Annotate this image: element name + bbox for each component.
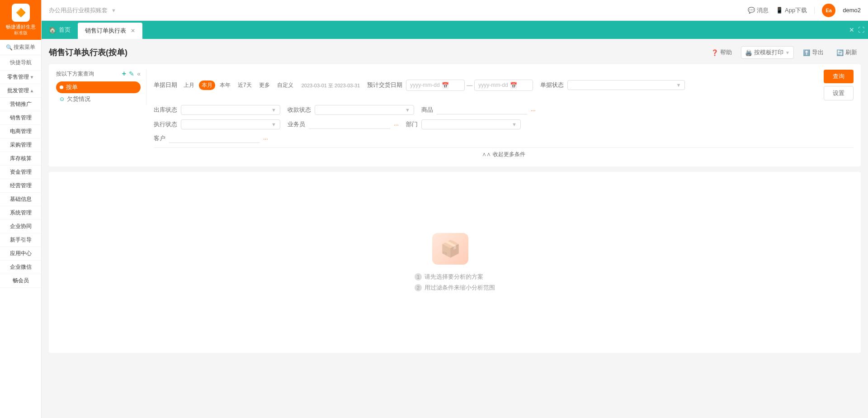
tabbar: 🏠 首页 销售订单执行表 ✕ ✕ ⛶ <box>42 21 868 39</box>
scheme-item-shortage[interactable]: ⊙ 欠货情况 <box>56 93 141 105</box>
empty-icon-box <box>432 233 468 265</box>
retail-arrow: ▼ <box>30 75 34 80</box>
scheme-title: 按以下方案查询 <box>56 70 94 78</box>
add-scheme-btn[interactable]: + <box>122 70 126 78</box>
print-icon: 🖨️ <box>745 49 752 56</box>
scheme-item-by-order[interactable]: 按单 <box>56 81 141 93</box>
calendar-start-icon: 📅 <box>442 82 449 89</box>
date-range-text: 2023-03-01 至 2023-03-31 <box>302 82 360 89</box>
calendar-end-icon: 📅 <box>510 82 517 89</box>
date-tab-more[interactable]: 更多 <box>256 81 273 90</box>
date-tab-custom[interactable]: 自定义 <box>274 81 296 90</box>
marketing-label: 营销推广 <box>10 100 32 108</box>
appcenter-label: 应用中心 <box>10 250 32 257</box>
search-menu[interactable]: 🔍 搜索菜单 <box>0 40 41 55</box>
sidebar-item-sales[interactable]: 销售管理 <box>0 111 41 125</box>
user-avatar[interactable]: Ea <box>822 4 835 17</box>
help-label: 帮助 <box>720 48 732 57</box>
filter-section: 按以下方案查询 + ✎ « 按单 ⊙ 欠货情况 <box>56 70 854 161</box>
exec-status-label: 执行状态 <box>154 120 177 128</box>
print-btn[interactable]: 🖨️ 按模板打印 ▼ <box>741 46 794 59</box>
page-header: 销售订单执行表(按单) ❓ 帮助 🖨️ 按模板打印 ▼ ⬆️ 导出 🔄 刷新 <box>49 46 861 59</box>
payment-status-label: 收款状态 <box>288 106 311 114</box>
refresh-btn[interactable]: 🔄 刷新 <box>833 47 861 58</box>
refresh-label: 刷新 <box>845 48 857 57</box>
edit-scheme-btn[interactable]: ✎ <box>129 70 134 77</box>
salesperson-input[interactable] <box>309 120 390 129</box>
customer-more-icon[interactable]: ··· <box>263 135 268 142</box>
sidebar-item-system[interactable]: 系统管理 <box>0 206 41 220</box>
sales-label: 销售管理 <box>10 114 32 122</box>
app-download-btn[interactable]: 📱 App下载 <box>776 6 807 14</box>
goods-input[interactable] <box>437 105 527 114</box>
date-start-input[interactable]: yyyy-mm-dd 📅 <box>406 80 465 91</box>
sidebar-item-purchase[interactable]: 采购管理 <box>0 138 41 152</box>
sidebar-item-wechat[interactable]: 企业微信 <box>0 261 41 274</box>
tab-close-icon[interactable]: ✕ <box>131 28 135 34</box>
sidebar-item-retail[interactable]: 零售管理 ▼ <box>0 71 41 84</box>
collapse-scheme-btn[interactable]: « <box>137 70 141 77</box>
scheme-dot-icon <box>60 86 63 89</box>
sidebar-item-operation[interactable]: 经营管理 <box>0 179 41 193</box>
sidebar-item-marketing[interactable]: 营销推广 <box>0 98 41 111</box>
sidebar-item-appcenter[interactable]: 应用中心 <box>0 247 41 261</box>
export-btn[interactable]: ⬆️ 导出 <box>799 47 827 58</box>
help-btn[interactable]: ❓ 帮助 <box>708 47 736 58</box>
delivery-status-dropdown-icon: ▼ <box>271 107 276 113</box>
date-end-text: yyyy-mm-dd <box>478 82 508 88</box>
collapse-bar[interactable]: ∧∧ 收起更多条件 <box>154 147 854 161</box>
salesperson-label: 业务员 <box>288 120 305 128</box>
exec-status-select[interactable]: ▼ <box>181 119 280 129</box>
empty-icon <box>432 233 477 269</box>
setting-button[interactable]: 设置 <box>824 86 854 100</box>
date-tab-7days[interactable]: 近7天 <box>235 81 255 90</box>
sidebar-item-wholesale[interactable]: 批发管理 ▲ <box>0 84 41 98</box>
search-icon: 🔍 <box>6 44 13 51</box>
exec-status-field: 执行状态 ▼ <box>154 119 280 129</box>
sidebar-item-ecommerce[interactable]: 电商管理 <box>0 125 41 138</box>
user-name[interactable]: demo2 <box>843 7 861 14</box>
sidebar-item-member[interactable]: 畅会员 <box>0 274 41 288</box>
goods-more-icon[interactable]: ··· <box>531 107 536 114</box>
tab-home[interactable]: 🏠 首页 <box>42 21 78 39</box>
date-field: 单据日期 上月 本月 本年 近7天 更多 自定义 2023-03-01 至 20… <box>154 81 360 90</box>
salesperson-more-icon[interactable]: ··· <box>394 121 399 128</box>
sidebar-item-basic[interactable]: 基础信息 <box>0 193 41 206</box>
hint-text-1: 请先选择要分析的方案 <box>425 273 483 281</box>
close-window-icon[interactable]: ✕ <box>849 26 854 33</box>
filter-panel: 按以下方案查询 + ✎ « 按单 ⊙ 欠货情况 <box>49 64 861 166</box>
status-select[interactable]: ▼ <box>567 80 685 90</box>
ecommerce-label: 电商管理 <box>10 128 32 135</box>
sidebar-item-finance[interactable]: 资金管理 <box>0 166 41 179</box>
delivery-status-field: 出库状态 ▼ <box>154 105 280 115</box>
payment-status-select[interactable]: ▼ <box>315 105 414 115</box>
sidebar-item-quick-nav[interactable]: 快捷导航 <box>0 55 41 71</box>
avatar-text: Ea <box>826 8 832 13</box>
hint-num-2: 2 <box>415 284 422 291</box>
date-tab-this-year[interactable]: 本年 <box>217 81 233 90</box>
date-separator: — <box>467 82 472 89</box>
sidebar-item-collab[interactable]: 企业协同 <box>0 220 41 233</box>
inventory-label: 库存核算 <box>10 155 32 162</box>
customer-input[interactable] <box>169 134 259 143</box>
sidebar: 🔶 畅捷通好生意 标准版 🔍 搜索菜单 快捷导航 零售管理 ▼ 批发管理 ▲ 营… <box>0 0 42 418</box>
dept-select[interactable]: ▼ <box>421 119 521 129</box>
breadcrumb-arrow-icon[interactable]: ▼ <box>111 8 116 13</box>
query-button[interactable]: 查询 <box>824 70 854 83</box>
basic-label: 基础信息 <box>10 195 32 203</box>
date-end-input[interactable]: yyyy-mm-dd 📅 <box>474 80 533 91</box>
sidebar-item-inventory[interactable]: 库存核算 <box>0 152 41 166</box>
message-icon: 💬 <box>748 7 755 14</box>
dept-label: 部门 <box>406 120 418 128</box>
tab-sales-execution[interactable]: 销售订单执行表 ✕ <box>78 23 142 39</box>
date-tab-this-month[interactable]: 本月 <box>199 81 215 90</box>
date-tab-last-month[interactable]: 上月 <box>181 81 197 90</box>
scheme-item-label-0: 按单 <box>66 83 78 91</box>
delivery-status-select[interactable]: ▼ <box>181 105 280 115</box>
message-btn[interactable]: 💬 消息 <box>748 6 769 14</box>
maximize-window-icon[interactable]: ⛶ <box>858 26 864 33</box>
print-dropdown-icon[interactable]: ▼ <box>785 50 790 55</box>
shortage-icon: ⊙ <box>60 96 64 102</box>
sidebar-item-newuser[interactable]: 新手引导 <box>0 233 41 247</box>
retail-label: 零售管理 <box>7 73 29 81</box>
